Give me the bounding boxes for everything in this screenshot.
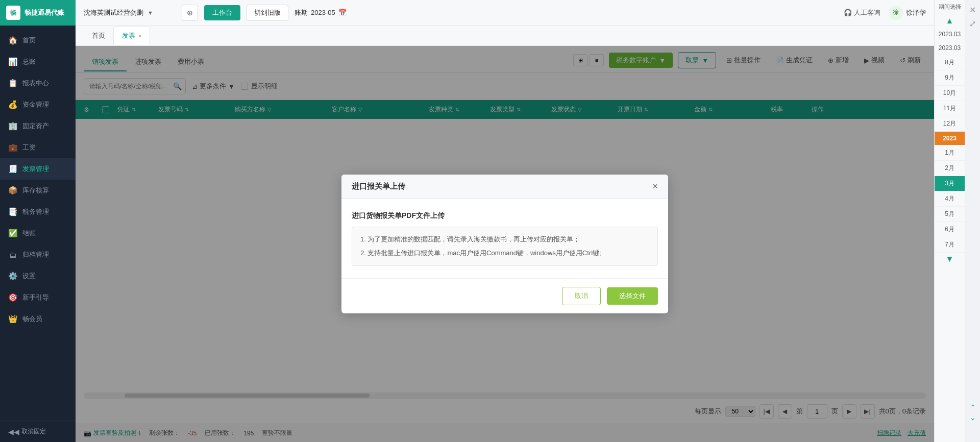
page-tabs: 首页 发票 × — [76, 26, 934, 46]
sidebar-item-ledger[interactable]: 📊 总账 — [0, 51, 76, 72]
service-icon: 🎧 — [844, 9, 852, 16]
tax-icon: 📑 — [8, 207, 17, 216]
collapse-arrow-up[interactable]: ⌃ — [970, 403, 976, 411]
customer-service-button[interactable]: 🎧 人工客询 — [844, 8, 880, 17]
finance-icon: 💰 — [8, 100, 17, 109]
period-item-3month[interactable]: 3月 — [935, 176, 965, 191]
workspace-button[interactable]: 工作台 — [204, 5, 240, 20]
period-item-10month[interactable]: 10月 — [935, 86, 965, 101]
upload-notes: 1. 为了更加精准的数据匹配，请先录入海关缴款书，再上传对应的报关单； 2. 支… — [352, 227, 658, 266]
company-action-icon[interactable]: ⊕ — [182, 5, 198, 21]
sidebar-item-label: 工资 — [22, 143, 36, 152]
tab-invoice[interactable]: 发票 × — [113, 27, 150, 45]
sidebar-item-label: 新手引导 — [22, 293, 49, 302]
user-info[interactable]: 徐 徐泽华 — [889, 6, 926, 20]
period-item-7month[interactable]: 7月 — [935, 237, 965, 253]
ledger-icon: 📊 — [8, 57, 17, 66]
period-up-button[interactable]: ▲ — [935, 14, 965, 28]
period-item-6month[interactable]: 6月 — [935, 222, 965, 237]
sidebar-item-close[interactable]: ✅ 结账 — [0, 223, 76, 244]
company-selector[interactable]: 沈海英测试经营勿删 ▼ — [84, 8, 176, 17]
sidebar-item-inventory[interactable]: 📦 库存核算 — [0, 180, 76, 201]
sidebar-item-label: 设置 — [22, 272, 36, 281]
import-customs-modal: 进口报关单上传 × 进口货物报关单PDF文件上传 1. 为了更加精准的数据匹配，… — [341, 175, 668, 314]
period-item-9month[interactable]: 9月 — [935, 70, 965, 86]
modal-header: 进口报关单上传 × — [341, 175, 668, 199]
chevron-down-icon: ▼ — [148, 10, 153, 16]
close-account-icon: ✅ — [8, 229, 17, 238]
upload-note-1: 1. 为了更加精准的数据匹配，请先录入海关缴款书，再上传对应的报关单； — [360, 234, 649, 245]
tab-home[interactable]: 首页 — [84, 27, 113, 44]
upload-section-title: 进口货物报关单PDF文件上传 — [352, 211, 658, 220]
sidebar-item-reports[interactable]: 📋 报表中心 — [0, 72, 76, 94]
modal-overlay: 进口报关单上传 × 进口货物报关单PDF文件上传 1. 为了更加精准的数据匹配，… — [76, 46, 934, 442]
period-item-1month[interactable]: 1月 — [935, 145, 965, 161]
reports-icon: 📋 — [8, 79, 17, 88]
period-panel-title: 期间选择 — [935, 0, 965, 14]
user-name: 徐泽华 — [906, 8, 926, 17]
upload-note-2: 2. 支持批量上传进口报关单，mac用户使用Command键，windows用户… — [360, 248, 649, 259]
home-tab-label: 首页 — [92, 31, 105, 40]
period-item-8month[interactable]: 8月 — [935, 55, 965, 70]
switch-version-button[interactable]: 切到旧版 — [247, 5, 288, 21]
sidebar: 畅 畅捷通易代账 🏠 首页 📊 总账 📋 报表中心 💰 资金管理 🏢 固定资产 … — [0, 0, 76, 442]
modal-body: 进口货物报关单PDF文件上传 1. 为了更加精准的数据匹配，请先录入海关缴款书，… — [341, 199, 668, 279]
content-area: 销项发票 进项发票 费用小票 ⊞ ≡ 税务数字账户 ▼ 取票 ▼ — [76, 46, 934, 442]
app-logo: 畅 畅捷通易代账 — [0, 0, 76, 26]
period-item-4month[interactable]: 4月 — [935, 191, 965, 207]
unpin-label: 取消固定 — [21, 427, 46, 436]
sidebar-item-label: 固定资产 — [22, 121, 49, 131]
collapse-arrow-down[interactable]: ⌄ — [970, 413, 976, 422]
panel-arrows: ⌃ ⌄ — [970, 403, 976, 422]
close-right-panel-button[interactable]: ✕ — [969, 5, 976, 15]
sidebar-item-label: 结账 — [22, 229, 36, 238]
sidebar-item-label: 库存核算 — [22, 186, 49, 195]
period-down-button[interactable]: ▼ — [935, 253, 965, 266]
period-item-11month[interactable]: 11月 — [935, 101, 965, 116]
period-item-2month[interactable]: 2月 — [935, 161, 965, 176]
sidebar-item-label: 资金管理 — [22, 100, 49, 109]
sidebar-item-assets[interactable]: 🏢 固定资产 — [0, 115, 76, 137]
avatar: 徐 — [889, 6, 903, 20]
inventory-icon: 📦 — [8, 186, 17, 195]
calendar-icon[interactable]: 📅 — [338, 9, 347, 16]
sidebar-nav: 🏠 首页 📊 总账 📋 报表中心 💰 资金管理 🏢 固定资产 💼 工资 🧾 发票… — [0, 26, 76, 421]
modal-cancel-button[interactable]: 取消 — [562, 287, 601, 305]
modal-select-file-button[interactable]: 选择文件 — [607, 287, 658, 305]
sidebar-item-settings[interactable]: ⚙️ 设置 — [0, 265, 76, 287]
sidebar-item-finance[interactable]: 💰 资金管理 — [0, 94, 76, 115]
header-right: 🎧 人工客询 徐 徐泽华 — [844, 6, 926, 20]
sidebar-item-salary[interactable]: 💼 工资 — [0, 137, 76, 158]
assets-icon: 🏢 — [8, 121, 17, 131]
modal-close-button[interactable]: × — [652, 182, 658, 191]
sidebar-item-label: 畅会员 — [22, 314, 42, 324]
sidebar-item-label: 报表中心 — [22, 79, 49, 88]
right-toggle-panel: ✕ ⤢ ⌃ ⌄ — [965, 0, 980, 442]
sidebar-item-member[interactable]: 👑 畅会员 — [0, 308, 76, 330]
period-item-1[interactable]: 2023.03 — [935, 41, 965, 55]
period-item-year2023[interactable]: 2023 — [935, 132, 965, 145]
period-item-5month[interactable]: 5月 — [935, 207, 965, 222]
app-name: 畅捷通易代账 — [24, 8, 64, 17]
expand-icon[interactable]: ⤢ — [969, 19, 976, 29]
sidebar-footer-unpin[interactable]: ◀◀ 取消固定 — [0, 421, 76, 442]
sidebar-item-home[interactable]: 🏠 首页 — [0, 30, 76, 51]
period-value: 2023-05 — [311, 9, 335, 16]
sidebar-item-label: 首页 — [22, 36, 36, 45]
modal-footer: 取消 选择文件 — [341, 278, 668, 313]
sidebar-item-invoice[interactable]: 🧾 发票管理 — [0, 158, 76, 180]
main-content: 沈海英测试经营勿删 ▼ ⊕ 工作台 切到旧版 账期 2023-05 📅 🎧 人工… — [76, 0, 934, 442]
sidebar-item-guide[interactable]: 🎯 新手引导 — [0, 287, 76, 308]
sidebar-item-archive[interactable]: 🗂 归档管理 — [0, 244, 76, 265]
modal-title: 进口报关单上传 — [352, 182, 405, 191]
period-item-12month[interactable]: 12月 — [935, 116, 965, 132]
logo-icon: 畅 — [6, 6, 20, 20]
sidebar-item-label: 税务管理 — [22, 207, 49, 216]
invoice-tab-label: 发票 — [122, 31, 135, 40]
sidebar-item-label: 发票管理 — [22, 164, 49, 174]
settings-icon: ⚙️ — [8, 272, 17, 281]
close-tab-icon[interactable]: × — [138, 33, 141, 39]
sidebar-item-label: 归档管理 — [22, 250, 49, 259]
sidebar-item-tax[interactable]: 📑 税务管理 — [0, 201, 76, 223]
period-item-0[interactable]: 2023.03 — [935, 28, 965, 41]
